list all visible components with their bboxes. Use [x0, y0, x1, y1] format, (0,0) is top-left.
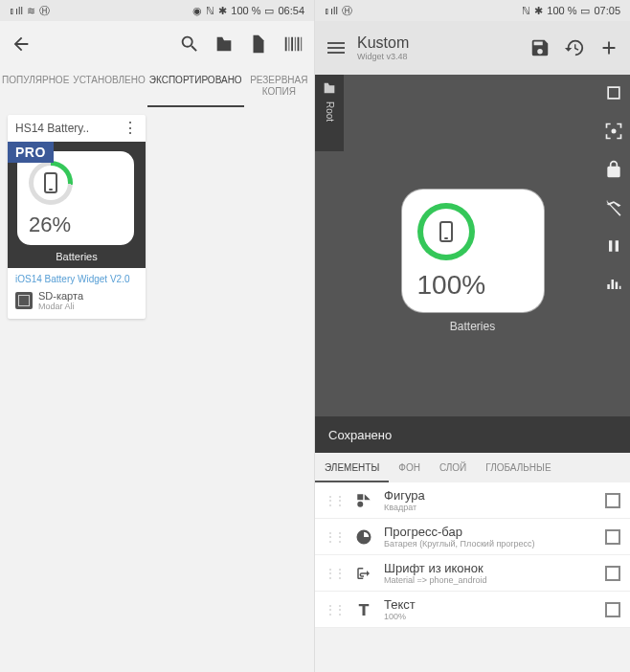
root-tab-label: Root [325, 101, 335, 122]
card-author: Modar Ali [38, 302, 83, 311]
widget-card[interactable]: HS14 Battery.. ⋮ PRO 26% Batteries iOS14… [8, 115, 146, 319]
drag-handle-icon[interactable]: ⋮⋮ [325, 494, 344, 507]
hd-icon: Ⓗ [39, 4, 50, 18]
toolbar [0, 21, 314, 67]
battery-percent: 100 % [231, 5, 260, 16]
right-screen: ⫾ıll Ⓗ ℕ ✱ 100 % ▭ 07:05 Kustom Widget v… [315, 0, 630, 672]
stats-tool[interactable] [601, 272, 626, 297]
editor-toolbar: Kustom Widget v3.48 [315, 21, 630, 75]
folder-button[interactable] [211, 31, 237, 57]
clock: 07:05 [594, 5, 620, 16]
nfc-icon: ℕ [522, 5, 530, 17]
layer-list: ⋮⋮ ФигураКвадрат ⋮⋮ Прогресс-барБатарея … [315, 482, 630, 628]
layer-item[interactable]: ⋮⋮ ФигураКвадрат [315, 482, 630, 519]
layer-subtitle: 100% [384, 612, 596, 621]
tab-elements[interactable]: ЭЛЕМЕНТЫ [315, 453, 389, 482]
saved-toast: Сохранено [315, 416, 630, 453]
bounds-tool[interactable] [601, 80, 626, 105]
search-button[interactable] [176, 31, 203, 57]
layer-item[interactable]: ⋮⋮ Шрифт из иконокMaterial => phone_andr… [315, 555, 630, 592]
card-menu-button[interactable]: ⋮ [123, 121, 138, 136]
root-tab[interactable]: Root [315, 75, 344, 151]
editor-stage[interactable]: Root 100% Batteries Сохранено [315, 75, 630, 453]
signal-icon: ⫾ıll [10, 5, 23, 16]
folder-icon [322, 80, 337, 96]
add-button[interactable] [596, 34, 622, 61]
layer-title: Шрифт из иконок [384, 561, 596, 575]
layer-item[interactable]: ⋮⋮ Прогресс-барБатарея (Круглый, Плоский… [315, 519, 630, 555]
battery-percent: 100 % [547, 5, 576, 16]
layers-off-tool[interactable] [601, 195, 626, 220]
progress-icon [353, 528, 374, 546]
battery-icon: ▭ [264, 5, 274, 17]
bluetooth-icon: ✱ [218, 5, 227, 17]
layer-title: Фигура [384, 488, 596, 503]
layer-checkbox[interactable] [605, 529, 620, 545]
tab-background[interactable]: ФОН [389, 453, 430, 482]
layer-checkbox[interactable] [605, 493, 620, 508]
app-title: Kustom [357, 34, 519, 52]
layer-item[interactable]: ⋮⋮ Текст100% [315, 592, 630, 628]
layer-checkbox[interactable] [605, 566, 620, 581]
menu-button[interactable] [323, 34, 349, 61]
drag-handle-icon[interactable]: ⋮⋮ [325, 603, 344, 616]
pro-badge: PRO [8, 142, 54, 163]
layer-subtitle: Батарея (Круглый, Плоский прогресс) [384, 539, 596, 549]
center-tool[interactable] [601, 119, 626, 144]
card-title: HS14 Battery.. [15, 122, 123, 135]
canvas-caption: Batteries [402, 320, 544, 333]
battery-percent-label: 100% [417, 270, 529, 301]
bluetooth-icon: ✱ [534, 5, 543, 17]
tab-installed[interactable]: УСТАНОВЛЕНО [71, 67, 146, 107]
widget-canvas[interactable]: 100% Batteries [402, 190, 544, 333]
status-bar: ⫾ıll Ⓗ ℕ ✱ 100 % ▭ 07:05 [315, 0, 630, 21]
drag-handle-icon[interactable]: ⋮⋮ [325, 567, 344, 580]
left-screen: ⫾ıll ≋ Ⓗ ◉ ℕ ✱ 100 % ▭ 06:54 [0, 0, 315, 672]
tab-exported[interactable]: ЭКСПОРТИРОВАНО [147, 67, 244, 107]
phone-icon [44, 172, 57, 193]
preview-caption: Batteries [17, 251, 136, 262]
layer-title: Текст [384, 597, 596, 612]
phone-icon [439, 221, 453, 242]
clock: 06:54 [278, 5, 304, 16]
battery-ring-icon [417, 203, 475, 260]
layer-subtitle: Material => phone_android [384, 575, 596, 585]
battery-ring-icon [29, 161, 73, 205]
tab-globals[interactable]: ГЛОБАЛЬНЫЕ [476, 453, 560, 482]
tab-backup[interactable]: РЕЗЕРВНАЯ КОПИЯ [244, 67, 314, 107]
file-button[interactable] [245, 31, 272, 57]
signal-icon: ⫾ıll [325, 5, 338, 16]
card-preview: PRO 26% Batteries [8, 142, 146, 268]
nfc-icon: ℕ [206, 5, 214, 17]
tab-layer[interactable]: СЛОЙ [430, 453, 476, 482]
stage-tools [601, 80, 626, 297]
iconfont-icon [353, 565, 374, 582]
save-button[interactable] [527, 34, 553, 61]
tab-popular[interactable]: ПОПУЛЯРНОЕ [0, 67, 71, 107]
editor-tabs: ЭЛЕМЕНТЫ ФОН СЛОЙ ГЛОБАЛЬНЫЕ [315, 453, 630, 482]
lock-tool[interactable] [601, 157, 626, 182]
shape-icon [353, 492, 374, 509]
app-subtitle: Widget v3.48 [357, 52, 519, 61]
barcode-button[interactable] [280, 31, 306, 57]
hd-icon: Ⓗ [342, 4, 352, 18]
wifi-icon: ≋ [27, 5, 35, 17]
pause-tool[interactable] [601, 234, 626, 258]
back-button[interactable] [8, 31, 34, 57]
category-tabs: ПОПУЛЯРНОЕ УСТАНОВЛЕНО ЭКСПОРТИРОВАНО РЕ… [0, 67, 314, 107]
status-bar: ⫾ıll ≋ Ⓗ ◉ ℕ ✱ 100 % ▭ 06:54 [0, 0, 314, 21]
drag-handle-icon[interactable]: ⋮⋮ [325, 530, 344, 544]
history-button[interactable] [561, 34, 588, 61]
layer-title: Прогресс-бар [384, 525, 596, 539]
card-meta-title: iOS14 Battery Widget V2.0 [15, 274, 138, 284]
text-icon [353, 601, 374, 618]
layer-subtitle: Квадрат [384, 503, 596, 512]
card-location: SD-карта [38, 290, 83, 302]
layer-checkbox[interactable] [605, 602, 620, 617]
battery-icon: ▭ [580, 5, 590, 17]
eye-icon: ◉ [192, 5, 202, 17]
sd-card-icon [15, 292, 33, 309]
battery-percent-label: 26% [29, 213, 123, 237]
